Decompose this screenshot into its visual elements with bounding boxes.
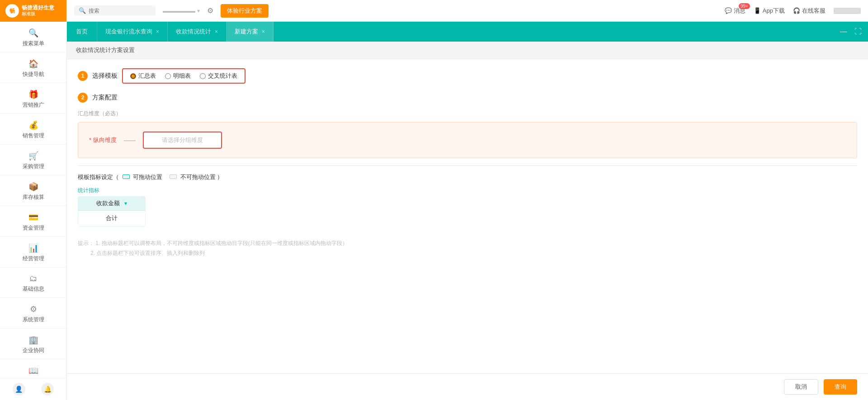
sidebar: 畅 畅捷通好生意 标准版 🔍 搜索菜单 🏠 快捷导航 🎁 营销推广 💰 销售管理… xyxy=(0,0,67,400)
stats-table-row-total: 合计 xyxy=(78,211,145,226)
tab-minimize-button[interactable]: — xyxy=(838,26,849,38)
section2-header: 2 方案配置 xyxy=(78,93,857,103)
stats-header-text: 收款金额 xyxy=(96,199,120,207)
dimension-subsection: 汇总维度（必选） * 纵向维度 —— 请选择分组维度 xyxy=(78,110,857,158)
page-header-title: 收款情况统计方案设置 xyxy=(76,47,135,53)
tab-home[interactable]: 首页 xyxy=(67,22,97,42)
tab-new-plan-close[interactable]: × xyxy=(262,28,265,35)
sidebar-footer: 👤 🔔 xyxy=(0,378,66,400)
sidebar-item-search[interactable]: 🔍 搜索菜单 xyxy=(0,22,66,52)
metrics-legend-fixed-indicator xyxy=(170,174,177,179)
sidebar-item-guide[interactable]: 📖 新手引导 xyxy=(0,359,66,378)
building-icon: 🏢 xyxy=(28,335,38,345)
settings-icon[interactable]: ⚙ xyxy=(207,6,213,15)
sidebar-item-enterprise[interactable]: 🏢 企业协同 xyxy=(0,329,66,359)
gear-icon: ⚙ xyxy=(30,304,37,314)
sidebar-item-enterprise-label: 企业协同 xyxy=(23,347,44,354)
sidebar-footer-icon-2[interactable]: 🔔 xyxy=(41,383,54,395)
tab-receipts[interactable]: 收款情况统计 × xyxy=(168,22,226,42)
tab-new-plan[interactable]: 新建方案 × xyxy=(226,22,274,42)
sidebar-footer-icon-1[interactable]: 👤 xyxy=(13,383,25,395)
query-button[interactable]: 查询 xyxy=(824,379,857,395)
user-name xyxy=(834,8,861,14)
message-badge: 99+ xyxy=(739,3,750,9)
section1-title: 选择模板 xyxy=(92,72,118,80)
download-icon: 📱 xyxy=(754,7,761,14)
radio-summary-label: 汇总表 xyxy=(138,72,156,80)
sidebar-item-inventory[interactable]: 📦 库存核算 xyxy=(0,175,66,206)
industry-solution-button[interactable]: 体验行业方案 xyxy=(221,4,269,18)
logo-badge: 标准版 xyxy=(22,11,54,17)
stats-row-total-text: 合计 xyxy=(106,215,118,221)
sidebar-item-inventory-label: 库存核算 xyxy=(23,193,44,201)
sidebar-item-marketing[interactable]: 🎁 营销推广 xyxy=(0,83,66,114)
sidebar-item-purchase[interactable]: 🛒 采购管理 xyxy=(0,145,66,175)
sidebar-item-purchase-label: 采购管理 xyxy=(23,163,44,170)
tip-text-2: 2. 点击标题栏下拉可设置排序、插入列和删除列 xyxy=(90,249,205,259)
service-button[interactable]: 🎧 在线客服 xyxy=(793,7,826,15)
tab-receipts-close[interactable]: × xyxy=(215,28,218,35)
topbar-search-box[interactable]: 🔍 xyxy=(74,5,156,16)
content-area: 收款情况统计方案设置 1 选择模板 汇总表 明细表 xyxy=(67,42,868,373)
radio-cross[interactable]: 交叉统计表 xyxy=(200,72,237,80)
folder-icon: 🗂 xyxy=(29,274,38,283)
dimension-section-title: 汇总维度（必选） xyxy=(78,110,857,118)
bottom-action-bar: 取消 查询 xyxy=(67,373,868,400)
cancel-button[interactable]: 取消 xyxy=(784,379,818,395)
sidebar-item-finance-label: 资金管理 xyxy=(23,224,44,232)
message-button[interactable]: 💬 消息 99+ xyxy=(725,7,745,15)
dimension-section-title-text: 汇总维度（必选） xyxy=(78,110,121,117)
logo-icon: 畅 xyxy=(5,4,19,18)
radio-cross-label: 交叉统计表 xyxy=(208,72,237,80)
sidebar-item-sales-label: 销售管理 xyxy=(23,132,44,140)
topbar-dropdown[interactable]: ▬▬▬▬▬▬ ▾ xyxy=(163,8,200,14)
sidebar-item-operations[interactable]: 📊 经营管理 xyxy=(0,237,66,268)
main-area: 🔍 ▬▬▬▬▬▬ ▾ ⚙ 体验行业方案 💬 消息 99+ 📱 App下载 🎧 在… xyxy=(67,0,868,400)
template-radio-group: 汇总表 明细表 交叉统计表 xyxy=(122,68,245,84)
tab-cashflow[interactable]: 现金银行流水查询 × xyxy=(97,22,168,42)
dimension-row: * 纵向维度 —— 请选择分组维度 xyxy=(89,132,846,149)
radio-detail-label: 明细表 xyxy=(173,72,191,80)
sidebar-item-system-label: 系统管理 xyxy=(23,316,44,324)
dimension-arrow: —— xyxy=(124,137,136,144)
radio-detail-input[interactable] xyxy=(165,73,171,79)
topbar-search-input[interactable] xyxy=(89,8,147,14)
metrics-title-close-paren: ） xyxy=(217,174,223,180)
sidebar-item-quick-nav[interactable]: 🏠 快捷导航 xyxy=(0,52,66,83)
stats-header-chevron[interactable]: ▾ xyxy=(124,200,127,207)
radio-cross-input[interactable] xyxy=(200,73,206,79)
card-icon: 💳 xyxy=(28,212,38,222)
tab-cashflow-close[interactable]: × xyxy=(156,28,159,35)
sidebar-item-marketing-label: 营销推广 xyxy=(23,101,44,109)
sidebar-item-finance[interactable]: 💳 资金管理 xyxy=(0,206,66,237)
cart-icon: 🛒 xyxy=(28,151,38,161)
radio-summary-input[interactable] xyxy=(130,73,136,79)
tip-line-1: 提示： 1. 拖动标题栏可以调整布局，不可跨维度或指标区域拖动目字段(只能在同一… xyxy=(78,239,857,249)
download-label: App下载 xyxy=(763,7,785,15)
tip-text-1: 提示： 1. 拖动标题栏可以调整布局，不可跨维度或指标区域拖动目字段(只能在同一… xyxy=(78,239,348,249)
tab-maximize-button[interactable]: ⛶ xyxy=(853,26,863,38)
tab-receipts-label: 收款情况统计 xyxy=(176,28,211,36)
sidebar-item-sales[interactable]: 💰 销售管理 xyxy=(0,114,66,145)
sidebar-item-system[interactable]: ⚙ 系统管理 xyxy=(0,298,66,329)
radio-detail[interactable]: 明细表 xyxy=(165,72,191,80)
tips-section: 提示： 1. 拖动标题栏可以调整布局，不可跨维度或指标区域拖动目字段(只能在同一… xyxy=(78,239,857,258)
download-button[interactable]: 📱 App下载 xyxy=(754,7,785,15)
dimension-area: * 纵向维度 —— 请选择分组维度 xyxy=(78,122,857,158)
section2-title: 方案配置 xyxy=(92,94,118,102)
chevron-down-icon: ▾ xyxy=(197,8,200,14)
metrics-title-text: 模板指标设定（ xyxy=(78,174,119,180)
logo-text: 畅捷通好生意 xyxy=(22,5,54,11)
dimension-selector[interactable]: 请选择分组维度 xyxy=(143,132,222,149)
metrics-legend-movable-indicator xyxy=(123,174,130,179)
sidebar-logo: 畅 畅捷通好生意 标准版 xyxy=(0,0,66,22)
stats-table-header: 收款金额 ▾ xyxy=(78,197,145,211)
sidebar-item-search-label: 搜索菜单 xyxy=(23,40,44,47)
sidebar-item-basic-info[interactable]: 🗂 基础信息 xyxy=(0,268,66,298)
radio-summary[interactable]: 汇总表 xyxy=(130,72,156,80)
tabbar-actions: — ⛶ xyxy=(838,26,868,38)
topbar: 🔍 ▬▬▬▬▬▬ ▾ ⚙ 体验行业方案 💬 消息 99+ 📱 App下载 🎧 在… xyxy=(67,0,868,22)
tab-new-plan-label: 新建方案 xyxy=(235,28,258,36)
tab-home-label: 首页 xyxy=(76,28,88,36)
book-icon: 📖 xyxy=(28,366,38,376)
